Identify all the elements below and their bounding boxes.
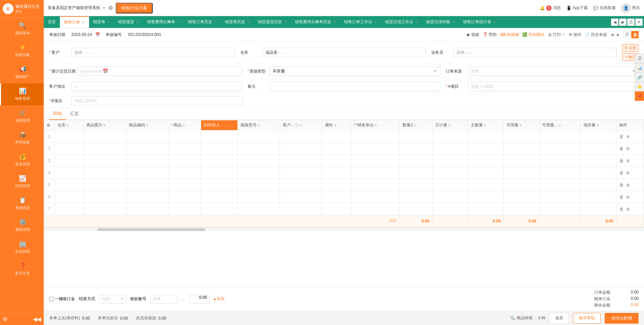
tab-expense-split-history[interactable]: 销售费用分摊单历史 ✕ — [291, 16, 340, 28]
tab-close-icon[interactable]: ✕ — [177, 20, 180, 24]
copy-icon[interactable]: ⊕ — [626, 170, 630, 175]
copy-icon[interactable]: ⊕ — [626, 206, 630, 212]
layout-grid-btn[interactable]: ▦ — [631, 31, 639, 38]
tab-return-history[interactable]: 销货单历史 ✕ — [221, 16, 254, 28]
sort-icon[interactable]: ⇅ — [146, 123, 148, 127]
delivery-calendar-icon[interactable]: 📅 — [103, 69, 108, 74]
online-service-item[interactable]: 💬 在线客服 — [593, 5, 616, 11]
copy-icon[interactable]: ⊕ — [626, 146, 630, 151]
float-action-3[interactable]: 🔗 — [635, 73, 644, 82]
tab-detail[interactable]: 明细 — [49, 108, 66, 120]
one-click-checkbox-input[interactable] — [49, 297, 53, 301]
sidebar-item-quicknav[interactable]: ⚡ 快捷导航 — [0, 40, 44, 62]
tab-close-icon[interactable]: ✕ — [82, 21, 85, 24]
nav-right-icon[interactable]: ▶ — [617, 32, 620, 37]
tabs-prev-btn[interactable]: ◀ — [611, 18, 618, 26]
sort-icon[interactable]: ⇅ — [484, 123, 486, 127]
tab-close-icon[interactable]: ✕ — [333, 20, 336, 24]
sidebar-item-system[interactable]: ⚙️ 系统管理 — [0, 214, 44, 236]
sidebar-item-guide[interactable]: ❓ 新手引导 — [0, 258, 44, 280]
copy-icon[interactable]: ⊕ — [626, 194, 630, 200]
tab-close-icon[interactable]: ✕ — [284, 20, 287, 24]
sort-icon[interactable]: ⇅ — [182, 123, 185, 127]
salesperson-dots-icon[interactable]: ··· — [468, 50, 472, 55]
tab-close-icon[interactable]: ✕ — [136, 20, 139, 24]
remark-input[interactable] — [270, 82, 441, 91]
delivery-input[interactable]: yyyy-mm-dd 📅 — [78, 67, 242, 76]
tab-close-icon[interactable]: ✕ — [415, 20, 418, 24]
address-dots-icon[interactable]: ··· — [74, 84, 78, 89]
sidebar-item-search[interactable]: 🔍 搜索菜单 — [0, 18, 44, 40]
tabs-menu-btn[interactable]: ☰ — [627, 18, 635, 26]
tab-sales-stats[interactable]: 销售订单统计表 ✕ — [459, 16, 500, 28]
delete-icon[interactable]: 🗑 — [619, 194, 624, 200]
account-dots-icon[interactable]: ··· — [181, 296, 185, 302]
delete-icon[interactable]: 🗑 — [619, 170, 624, 175]
sort-icon[interactable]: ⇅ — [299, 123, 302, 127]
gear-icon[interactable]: ⚙ — [108, 5, 113, 11]
address-input[interactable]: ··· — [71, 82, 242, 91]
project-a-input[interactable]: 请输入A项目 — [468, 82, 639, 91]
history-action[interactable]: 📄 历史单据 — [585, 32, 607, 38]
sidebar-item-base[interactable]: 📋 基础信息 — [0, 193, 44, 214]
table-settings-icon[interactable]: ⚙ — [47, 123, 50, 128]
project-b-input[interactable]: 请输入B项目 — [71, 96, 243, 106]
sidebar-item-purchase[interactable]: 🛒 采购管理 — [0, 105, 44, 127]
horizontal-scrollbar[interactable] — [98, 228, 205, 231]
help-action[interactable]: ❓ 帮助 — [483, 32, 497, 38]
delete-icon[interactable]: 🗑 — [619, 146, 624, 151]
settings-button[interactable]: ⚙ 设置 — [622, 44, 639, 52]
float-action-1[interactable]: ☰ — [635, 54, 644, 63]
order-source-select[interactable]: 选择... ▼ — [468, 67, 639, 76]
sort-icon[interactable]: ⇅ — [374, 123, 377, 127]
float-action-5[interactable]: 📌 — [635, 91, 644, 101]
tab-cash-workbench[interactable]: 钱货日清工作台 ✕ — [381, 16, 422, 28]
tab-return-goods[interactable]: 销货退货 ✕ — [114, 16, 143, 28]
sidebar-item-marketing[interactable]: 📢 营销推广 — [0, 62, 44, 83]
customer-input[interactable]: 选择... ··· — [71, 48, 235, 57]
nav-left-icon[interactable]: ◀ — [610, 32, 613, 37]
delete-icon[interactable]: 🗑 — [619, 134, 624, 139]
tab-close-icon[interactable]: ✕ — [452, 20, 455, 24]
tab-close-icon[interactable]: ✕ — [107, 20, 110, 24]
th-settings[interactable]: ⚙ — [44, 120, 55, 130]
profit-action[interactable]: 💹 毛利预估 — [522, 32, 544, 38]
tab-home[interactable]: 首页 — [44, 16, 60, 28]
tab-close-icon[interactable]: ✕ — [247, 20, 250, 24]
sidebar-item-inventory[interactable]: 📦 库存核算 — [0, 127, 44, 149]
shortcuts-action[interactable]: ⌨ 快捷键 — [500, 32, 519, 38]
tab-summary[interactable]: 汇总 — [66, 108, 83, 120]
account-select[interactable]: 选择... — [150, 295, 177, 303]
solution-button[interactable]: 体验行业方案 — [116, 3, 153, 13]
tab-sales-order[interactable]: 销售订单 ✕ — [60, 16, 89, 28]
user-item[interactable]: 👤 用友 — [621, 3, 640, 13]
tab-order-workbench[interactable]: 销售订单工作台 ✕ — [340, 16, 381, 28]
tabs-next-btn[interactable]: ▶ — [619, 18, 627, 26]
notification-item[interactable]: 🔔 9 消息 — [540, 5, 561, 11]
sidebar-item-sales[interactable]: 📊 销售管理 — [0, 83, 44, 105]
copy-icon[interactable]: ⊕ — [626, 182, 630, 188]
customer-dots-icon[interactable]: ··· — [86, 50, 90, 55]
sort-icon[interactable]: ⇅ — [558, 123, 561, 127]
tab-close-icon[interactable]: ✕ — [493, 20, 496, 24]
tab-return-goods-history[interactable]: 销货退货历史 ✕ — [254, 16, 291, 28]
settings-bottom-icon[interactable]: ⚙ — [3, 316, 7, 322]
warehouse-input[interactable]: 成品库 ··· — [262, 48, 426, 57]
delete-icon[interactable]: 🗑 — [619, 206, 624, 212]
copy-icon[interactable]: ⊕ — [626, 158, 630, 163]
method-select[interactable]: 选择... ▼ — [99, 295, 126, 303]
salesperson-input[interactable]: 选择... ··· — [453, 48, 617, 57]
save-new-button[interactable]: 保存&新增 — [605, 313, 639, 324]
tab-cash-reconcile[interactable]: 钱货日清对账 ✕ — [422, 16, 459, 28]
calendar-icon[interactable]: 📅 — [95, 32, 100, 37]
one-click-checkbox[interactable]: 一键收订金 — [49, 296, 75, 302]
tabs-close-btn[interactable]: ✕ — [635, 18, 643, 26]
delete-icon[interactable]: 🗑 — [619, 158, 624, 163]
payment-amount[interactable]: 0.00 — [189, 295, 210, 303]
sort-icon[interactable]: ⇅ — [414, 123, 416, 127]
delete-icon[interactable]: 🗑 — [619, 182, 624, 188]
sidebar-item-operations[interactable]: 📈 经营管理 — [0, 171, 44, 193]
layout-list-btn[interactable]: ☰ — [623, 31, 631, 38]
sort-icon[interactable]: ⇅ — [519, 123, 522, 127]
sort-icon[interactable]: ⇅ — [596, 123, 599, 127]
